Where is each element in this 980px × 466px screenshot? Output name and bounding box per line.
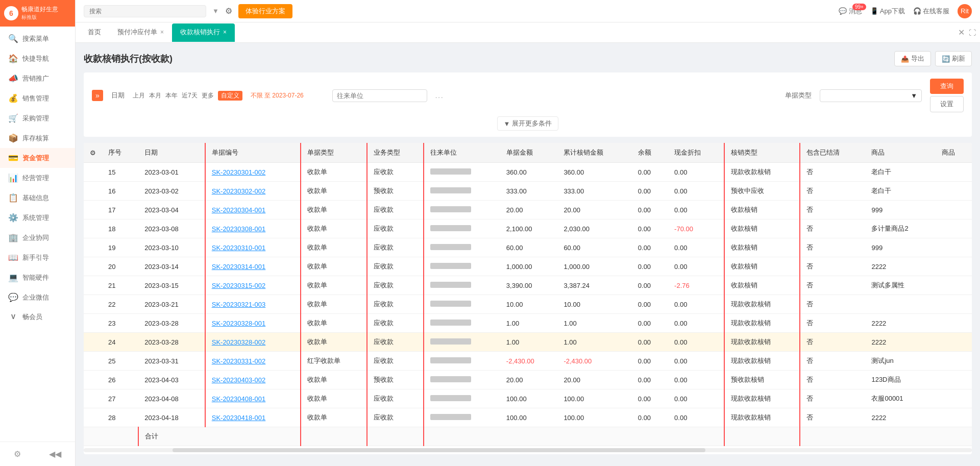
bill-no-link[interactable]: SK-20230403-002 xyxy=(212,376,266,384)
user-avatar[interactable]: Rit xyxy=(958,4,972,18)
bill-no-link[interactable]: SK-20230408-001 xyxy=(212,395,266,403)
bill-no-link[interactable]: SK-20230321-003 xyxy=(212,301,266,308)
tab-receipt[interactable]: 收款核销执行 × xyxy=(172,23,235,42)
online-service-button[interactable]: 🎧 在线客服 xyxy=(913,7,949,16)
messages-button[interactable]: 💬 消息 99+ xyxy=(839,7,862,16)
bill-no-link[interactable]: SK-20230331-002 xyxy=(212,357,266,365)
tabbar-expand-icon[interactable]: ⛶ xyxy=(969,29,976,37)
table-scroll-thumb[interactable] xyxy=(173,448,705,452)
table-cell: 收款核销 xyxy=(724,257,800,276)
purchase-icon: 🛒 xyxy=(8,113,18,123)
sidebar-item-purchase[interactable]: 🛒 采购管理 xyxy=(0,108,75,128)
inventory-icon: 📦 xyxy=(8,133,18,143)
sidebar-settings-icon[interactable]: ⚙ xyxy=(11,446,24,462)
table-cell xyxy=(424,219,500,238)
topbar-gear-icon[interactable]: ⚙ xyxy=(225,6,232,16)
sidebar-item-basics[interactable]: 📋 基础信息 xyxy=(0,188,75,208)
footer-writeoff xyxy=(724,427,800,446)
sidebar-bottom: ⚙ ◀◀ xyxy=(0,442,75,466)
search-icon: 🔍 xyxy=(8,34,18,43)
refresh-button[interactable]: 🔄 刷新 xyxy=(935,51,972,66)
table-footer-row: 合计 xyxy=(84,427,972,446)
table-row: 272023-04-08SK-20230408-001收款单应收款100.001… xyxy=(84,389,972,408)
table-cell: 1.00 xyxy=(557,333,631,352)
bill-type-select[interactable]: ▼ xyxy=(820,89,922,102)
table-cell xyxy=(424,295,500,314)
sidebar-item-quicknav[interactable]: 🏠 快捷导航 xyxy=(0,48,75,68)
solution-button[interactable]: 体验行业方案 xyxy=(238,4,292,18)
table-cell: -70.00 xyxy=(668,219,724,238)
tabbar-close-icon[interactable]: ✕ xyxy=(958,28,965,37)
bill-no-link[interactable]: SK-20230315-002 xyxy=(212,282,266,289)
date-this-year[interactable]: 本年 xyxy=(165,91,178,100)
bill-no-link[interactable]: SK-20230301-002 xyxy=(212,168,266,176)
app-download-button[interactable]: 📱 App下载 xyxy=(870,7,905,16)
sidebar-item-guide[interactable]: 📖 新手引导 xyxy=(0,248,75,267)
table-cell: SK-20230308-001 xyxy=(205,219,301,238)
logo-sub: 标推版 xyxy=(21,14,58,21)
sidebar-collapse-icon[interactable]: ◀◀ xyxy=(46,446,64,462)
operations-icon: 📊 xyxy=(8,173,18,183)
partner-filter-input[interactable] xyxy=(332,89,427,102)
table-cell: 否 xyxy=(800,238,865,257)
sidebar-item-marketing[interactable]: 📣 营销推广 xyxy=(0,68,75,88)
sidebar-item-member[interactable]: V 畅会员 xyxy=(0,307,75,327)
table-wrapper[interactable]: ⚙ 序号 日期 单据编号 单据类型 业务类型 往来单位 单据金额 累计核销金额 … xyxy=(84,143,972,446)
table-cell: 2023-04-08 xyxy=(138,389,205,408)
table-cell: 360.00 xyxy=(500,163,558,182)
sidebar-item-inventory[interactable]: 📦 库存核算 xyxy=(0,128,75,148)
sidebar-item-finance[interactable]: 💳 资金管理 xyxy=(0,148,75,168)
query-button[interactable]: 查询 xyxy=(930,79,964,94)
table-scrollbar[interactable] xyxy=(84,448,972,452)
bill-no-link[interactable]: SK-20230328-002 xyxy=(212,338,266,346)
date-more[interactable]: 更多 xyxy=(202,91,214,100)
sidebar-item-search[interactable]: 🔍 搜索菜单 xyxy=(0,29,75,48)
bill-no-link[interactable]: SK-20230310-001 xyxy=(212,244,266,252)
table-cell: 1.00 xyxy=(500,333,558,352)
sidebar-item-wechat[interactable]: 💬 企业微信 xyxy=(0,287,75,307)
table-cell: 20.00 xyxy=(557,371,631,389)
date-last-7days[interactable]: 近7天 xyxy=(182,91,198,100)
page-title: 收款核销执行(按收款) xyxy=(84,53,173,65)
bill-no-link[interactable]: SK-20230308-001 xyxy=(212,225,266,233)
tab-payable[interactable]: 预付冲应付单 × xyxy=(109,23,172,42)
bill-no-link[interactable]: SK-20230304-001 xyxy=(212,206,266,214)
topbar-dropdown-arrow[interactable]: ▼ xyxy=(212,7,219,15)
bill-no-link[interactable]: SK-20230302-002 xyxy=(212,187,266,195)
sidebar-item-corp[interactable]: 🏢 企业协同 xyxy=(0,228,75,248)
payable-tab-close[interactable]: × xyxy=(160,29,164,36)
filter-expand-button[interactable]: » xyxy=(92,90,103,101)
date-last-month[interactable]: 上月 xyxy=(133,91,145,100)
sidebar-item-system[interactable]: ⚙️ 系统管理 xyxy=(0,208,75,228)
table-cell xyxy=(424,333,500,352)
table-cell xyxy=(936,238,972,257)
bill-no-link[interactable]: SK-20230328-001 xyxy=(212,320,266,327)
sidebar-item-sales[interactable]: 💰 销售管理 xyxy=(0,88,75,108)
sidebar-item-hardware[interactable]: 💻 智能硬件 xyxy=(0,267,75,287)
bill-no-link[interactable]: SK-20230314-001 xyxy=(212,263,266,271)
table-cell xyxy=(84,257,102,276)
expand-more-button[interactable]: ▼ 展开更多条件 xyxy=(497,116,559,131)
bill-no-link[interactable]: SK-20230418-001 xyxy=(212,414,266,422)
table-cell: 100.00 xyxy=(557,408,631,427)
table-cell xyxy=(84,352,102,371)
col-settings[interactable]: ⚙ xyxy=(84,143,102,163)
table-cell: 123D商品 xyxy=(865,371,935,389)
settings-button[interactable]: 设置 xyxy=(930,96,964,112)
topbar-search-input[interactable] xyxy=(84,5,206,17)
tab-home[interactable]: 首页 xyxy=(80,23,109,42)
table-cell: 3,387.24 xyxy=(557,276,631,295)
export-button[interactable]: 📤 导出 xyxy=(894,51,931,66)
sidebar-item-operations[interactable]: 📊 经营管理 xyxy=(0,168,75,188)
table-cell: 多计量商品2 xyxy=(865,219,935,238)
date-this-month[interactable]: 本月 xyxy=(149,91,161,100)
table-cell: 否 xyxy=(800,182,865,201)
table-cell: SK-20230328-002 xyxy=(205,333,301,352)
receipt-tab-close[interactable]: × xyxy=(223,29,227,36)
table-cell: 现款收款核销 xyxy=(724,333,800,352)
date-custom[interactable]: 自定义 xyxy=(218,91,242,101)
sidebar-item-label: 企业协同 xyxy=(22,233,49,242)
sidebar-item-label: 智能硬件 xyxy=(22,273,49,282)
table-row: 252023-03-31SK-20230331-002红字收款单应收款-2,43… xyxy=(84,352,972,371)
table-cell: 收款单 xyxy=(301,276,367,295)
